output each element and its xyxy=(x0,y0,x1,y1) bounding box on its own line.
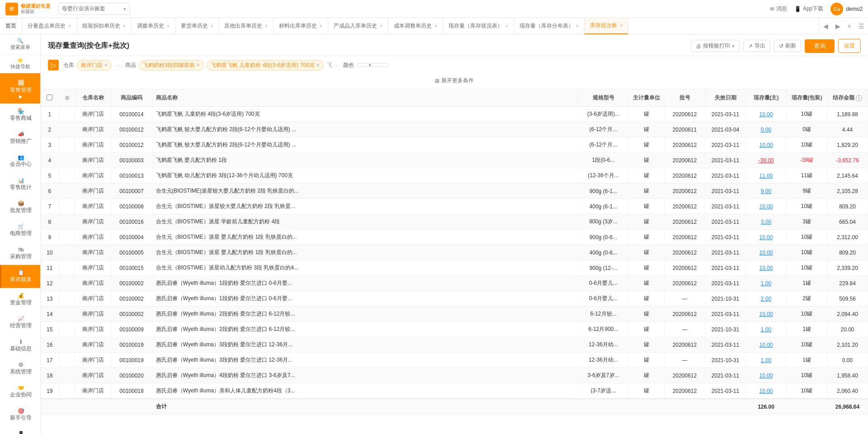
sidebar-item-inventory[interactable]: 📋库存核算 xyxy=(0,265,40,288)
color-input[interactable] xyxy=(357,63,388,67)
sidebar-item-purchase[interactable]: 🛍采购管理 xyxy=(0,242,40,265)
user-area[interactable]: Ea demo2 xyxy=(830,3,863,15)
tab-label: 库存批次账 xyxy=(590,22,617,29)
sidebar-item-apps[interactable]: 📱应用中心 xyxy=(0,426,40,434)
tab-label: 分量盘点单历史 xyxy=(28,22,66,30)
product-tag-1[interactable]: 飞鹤奶粉3段四罐搭装 × xyxy=(139,60,204,71)
tab-yaohuo[interactable]: 要货单历史 × xyxy=(175,18,219,34)
table-row: 15 南岸门店 00100009 惠氏启睿（Wyeth illuma）2段奶粉 … xyxy=(41,322,868,337)
cell-batch: — xyxy=(665,322,705,337)
balance-info-icon[interactable]: i xyxy=(856,95,862,101)
print-button[interactable]: 🖨 按模板打印 ▾ xyxy=(691,40,740,52)
tab-diaobo[interactable]: 调拨单历史 × xyxy=(132,18,175,34)
item-label: 批发管理 xyxy=(3,207,38,214)
tab-xiancun1[interactable]: 现存量（库存状况表） × xyxy=(443,18,514,34)
settings-button[interactable]: 设置 xyxy=(838,39,861,53)
cell-stock-main[interactable]: 0.00 xyxy=(746,122,787,137)
tab-close-icon[interactable]: × xyxy=(211,24,213,28)
cell-stock-main[interactable]: 1.00 xyxy=(746,353,787,368)
cell-stock-main[interactable]: 1.00 xyxy=(746,276,787,291)
cell-stock-main[interactable]: 2.00 xyxy=(746,291,787,307)
product-tag-close-icon[interactable]: × xyxy=(316,62,320,68)
cell-stock-main[interactable]: 10.00 xyxy=(746,368,787,383)
cell-stock-main[interactable]: 1.00 xyxy=(746,322,787,337)
sidebar-item-finance[interactable]: 💰资金管理 xyxy=(0,288,40,311)
sidebar-search[interactable]: 🔍 搜索菜单 xyxy=(0,34,40,55)
cell-balance: 2,339.20 xyxy=(827,260,868,276)
chevron-down-icon: ▾ xyxy=(123,6,126,12)
refresh-button[interactable]: ↺ 刷新 xyxy=(774,40,801,52)
tab-xiancun2[interactable]: 现存量（库存分布表） × xyxy=(514,18,585,34)
sidebar-quick-nav[interactable]: ⭐ 快捷导航 xyxy=(0,55,40,73)
sidebar-item-basic[interactable]: ℹ基础信息 xyxy=(0,334,40,357)
cell-stock-main[interactable]: 10.00 xyxy=(746,137,787,153)
cell-stock-main[interactable]: 10.00 xyxy=(746,230,787,245)
app-download-button[interactable]: 📱 App下载 xyxy=(794,5,823,13)
tab-close-icon[interactable]: × xyxy=(123,24,126,28)
tab-fenpan[interactable]: 分量盘点单历史 × xyxy=(22,18,77,34)
product-tag-close-icon[interactable]: × xyxy=(197,62,200,68)
tab-menu-button[interactable]: ☰ xyxy=(855,23,868,30)
tab-prev-button[interactable]: ◀ xyxy=(820,23,832,30)
sidebar-item-member[interactable]: 👥会员中心 xyxy=(0,150,40,173)
tab-close-icon[interactable]: × xyxy=(576,24,579,28)
sidebar-item-retail-stats[interactable]: 📊零售统计 xyxy=(0,173,40,196)
sidebar-item-guide[interactable]: 🎯新手引导 xyxy=(0,403,40,426)
tab-close-icon[interactable]: × xyxy=(380,24,382,28)
tab-zuzhuang[interactable]: 组装拆卸单历史 × xyxy=(77,18,132,34)
warehouse-tag[interactable]: 南岸门店 × xyxy=(77,60,112,71)
cell-stock-main[interactable]: 10.00 xyxy=(746,199,787,214)
tab-qitachu[interactable]: 其他出库单历史 × xyxy=(219,18,274,34)
expand-more-button[interactable]: ⊞ 展开更多条件 xyxy=(435,77,474,85)
sidebar-item-wholesale[interactable]: 📦批发管理 xyxy=(0,196,40,219)
cell-balance: -3,652.76 xyxy=(827,153,868,168)
cell-name: 惠氏启睿（Wyeth illuma）3段奶粉 爱尔兰进口 12-36月... xyxy=(152,353,579,368)
tab-home[interactable]: 首页 xyxy=(0,18,22,34)
tab-close-icon[interactable]: × xyxy=(505,24,508,28)
sidebar-item-marketing[interactable]: 📣营销推广 xyxy=(0,127,40,150)
sidebar-item-system[interactable]: ⚙系统管理 xyxy=(0,357,40,380)
sidebar-item-retail-mgmt[interactable]: ▦ 零售管理 ▶ xyxy=(0,73,40,104)
warehouse-more-dots[interactable]: ··· xyxy=(116,62,121,68)
tab-pici[interactable]: 库存批次账 × xyxy=(585,18,628,34)
export-button[interactable]: ↗ 导出 xyxy=(743,40,770,52)
sidebar-item-retail-shop[interactable]: 🏪零售商城 xyxy=(0,104,40,127)
tab-close-icon[interactable]: × xyxy=(320,24,322,28)
sidebar-item-collab[interactable]: 🤝企业协同 xyxy=(0,380,40,403)
column-settings-icon[interactable]: ⚙ xyxy=(65,95,70,101)
tab-close-icon[interactable]: × xyxy=(434,24,437,28)
tab-next-button[interactable]: ▶ xyxy=(832,23,844,30)
sidebar-item-ecommerce[interactable]: 🛒电商管理 xyxy=(0,219,40,242)
tab-close-icon[interactable]: × xyxy=(265,24,268,28)
tab-close-icon[interactable]: × xyxy=(167,24,170,28)
table-row: 5 南岸门店 00100013 飞鹤星飞帆 幼儿配方奶粉 3段(12-36个月幼… xyxy=(41,168,868,184)
cell-stock-main[interactable]: 11.00 xyxy=(746,168,787,184)
cell-row-settings xyxy=(59,276,75,291)
tab-chengben[interactable]: 成本调整单历史 × xyxy=(388,18,443,34)
warehouse-tag-close-icon[interactable]: × xyxy=(104,62,108,68)
product-tag-overflow[interactable]: 飞 ··· xyxy=(326,61,339,69)
tab-close-icon[interactable]: × xyxy=(620,23,623,28)
select-all-checkbox[interactable] xyxy=(47,94,52,100)
cell-stock-main[interactable]: 10.00 xyxy=(746,260,787,276)
cell-stock-main[interactable]: 3.00 xyxy=(746,214,787,230)
cell-stock-main[interactable]: -39.00 xyxy=(746,153,787,168)
product-tag-2[interactable]: 飞鹤星飞帆 儿童奶粉 4段(3-6岁适用) 700克 × xyxy=(207,60,324,71)
query-button[interactable]: 查询 xyxy=(805,39,835,53)
tab-cailiao[interactable]: 材料出库单历史 × xyxy=(274,18,328,34)
cell-stock-main[interactable]: 10.00 xyxy=(746,307,787,322)
expand-filter-button[interactable]: ▷ xyxy=(48,60,59,71)
cell-stock-main[interactable]: 10.00 xyxy=(746,245,787,260)
store-selector[interactable]: 母婴行业演示账套 ▾ xyxy=(58,3,130,15)
tab-close-all-button[interactable]: × xyxy=(844,23,855,30)
sidebar-item-operations[interactable]: 📈经营管理 xyxy=(0,311,40,334)
cell-stock-main[interactable]: 10.00 xyxy=(746,383,787,399)
message-button[interactable]: ✉ 消息 xyxy=(770,5,787,13)
cell-row-settings xyxy=(59,337,75,353)
cell-stock-main[interactable]: 10.00 xyxy=(746,337,787,353)
expand-icon: ⊞ xyxy=(435,78,439,84)
cell-stock-main[interactable]: 10.00 xyxy=(746,107,787,122)
tab-close-icon[interactable]: × xyxy=(68,24,71,28)
cell-stock-main[interactable]: 9.00 xyxy=(746,184,787,199)
tab-chancheng[interactable]: 产成品入库单历史 × xyxy=(328,18,388,34)
